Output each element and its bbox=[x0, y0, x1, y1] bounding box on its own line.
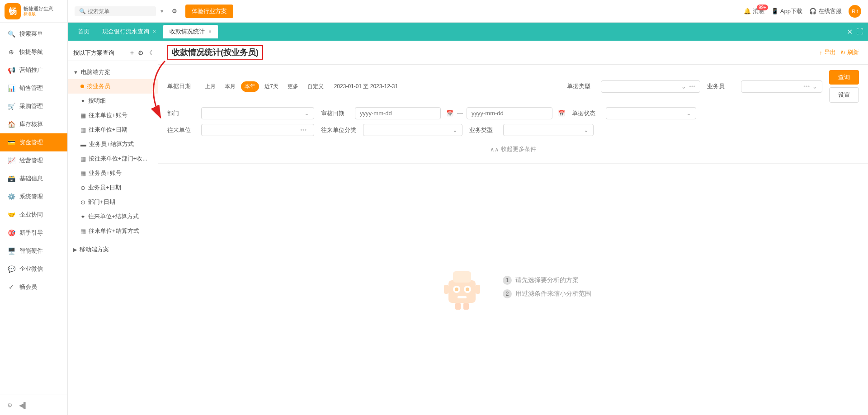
topbar-search-input[interactable] bbox=[88, 8, 151, 14]
date-tab-thismonth[interactable]: 本月 bbox=[221, 81, 239, 92]
sidebar-item-marketing[interactable]: 📢 营销推广 bbox=[0, 61, 67, 79]
topbar-search-box[interactable]: 🔍 bbox=[75, 6, 156, 16]
page-content: 按以下方案查询 ＋ ⚙ 《 ▼ 电脑端方案 按业务员 ✦ 按明细 bbox=[68, 41, 868, 415]
review-date-from-cal-icon[interactable]: 📅 bbox=[446, 110, 453, 117]
app-download[interactable]: 📱 App下载 bbox=[771, 7, 802, 15]
topbar-chevron-icon[interactable]: ▾ bbox=[160, 8, 164, 14]
biz-type-select[interactable]: ⌄ bbox=[503, 124, 594, 136]
tree-item-dept-date[interactable]: ⊙ 部门+日期 bbox=[68, 195, 158, 209]
dept-label: 部门 bbox=[167, 109, 194, 118]
sidebar-item-operations[interactable]: 📈 经营管理 bbox=[0, 151, 67, 170]
partner-settle3-icon: ▦ bbox=[80, 228, 86, 235]
tree-item-partner-date[interactable]: ▦ 往来单位+日期 bbox=[68, 123, 158, 137]
partner-category-select[interactable]: ⌄ bbox=[363, 124, 462, 136]
review-date-from[interactable] bbox=[355, 107, 441, 119]
sidebar-item-hardware[interactable]: 🖥️ 智能硬件 bbox=[0, 242, 67, 260]
tree-item-by-salesperson[interactable]: 按业务员 bbox=[68, 79, 158, 94]
doc-status-select[interactable]: ⌄ bbox=[606, 107, 696, 119]
date-tab-thisyear[interactable]: 本年 bbox=[241, 81, 259, 92]
tree-item-salesperson-account[interactable]: ▦ 业务员+账号 bbox=[68, 166, 158, 180]
doc-status-arrow-icon: ⌄ bbox=[686, 110, 691, 117]
tab-receipt[interactable]: 收款情况统计 × bbox=[163, 25, 218, 38]
sidebar-item-wechat[interactable]: 💬 企业微信 bbox=[0, 260, 67, 278]
sidebar-item-vip[interactable]: ✓ 畅会员 bbox=[0, 278, 67, 296]
tab-maximize-icon[interactable]: ⛶ bbox=[856, 28, 863, 36]
dept-select[interactable]: ⌄ bbox=[201, 107, 314, 119]
sidebar-item-purchase[interactable]: 🛒 采购管理 bbox=[0, 97, 67, 115]
add-scheme-icon[interactable]: ＋ bbox=[129, 49, 135, 57]
hint-text-2: 用过滤条件来缩小分析范围 bbox=[515, 290, 591, 298]
page-title: 收款情况统计(按业务员) bbox=[167, 45, 263, 60]
salesperson-arrow-icon: ⌄ bbox=[812, 83, 817, 90]
tab-bank-close[interactable]: × bbox=[153, 28, 156, 35]
sidebar-item-system[interactable]: ⚙️ 系统管理 bbox=[0, 188, 67, 206]
download-icon: 📱 bbox=[771, 8, 778, 14]
detail-icon: ✦ bbox=[80, 98, 85, 104]
sidebar-item-enterprise[interactable]: 🤝 企业协同 bbox=[0, 206, 67, 224]
date-tab-lastmonth[interactable]: 上月 bbox=[201, 81, 219, 92]
online-service[interactable]: 🎧 在线客服 bbox=[809, 7, 842, 15]
date-tab-custom[interactable]: 自定义 bbox=[304, 81, 327, 92]
guide-icon: 🎯 bbox=[7, 228, 16, 237]
wechat-icon: 💬 bbox=[7, 264, 16, 274]
review-date-to[interactable] bbox=[467, 107, 552, 119]
tree-item-partner-settle2[interactable]: ✦ 往来单位+结算方式 bbox=[68, 209, 158, 224]
sidebar-item-finance[interactable]: 💳 资金管理 bbox=[0, 133, 67, 151]
date-tab-more[interactable]: 更多 bbox=[284, 81, 302, 92]
partner-select[interactable]: ••• bbox=[201, 124, 314, 136]
sidebar: 畅 畅捷通好生意 标准版 🔍 搜索菜单 ⊕ 快捷导航 📢 营销推广 📊 销售管理… bbox=[0, 0, 68, 415]
salesperson-more-icon[interactable]: ••• bbox=[803, 83, 810, 90]
notification-bell[interactable]: 🔔 消息 99+ bbox=[744, 7, 764, 15]
date-tabs: 上月 本月 本年 近7天 更多 自定义 bbox=[201, 81, 327, 92]
tabbar: 首页 现金银行流水查询 × 收款情况统计 × ✕ ⛶ bbox=[68, 23, 868, 41]
salesperson-settle-icon: ▬ bbox=[80, 141, 86, 148]
topbar-settings-icon[interactable]: ⚙ bbox=[168, 5, 181, 18]
export-button[interactable]: ↑ 导出 bbox=[820, 48, 836, 57]
trial-industry-button[interactable]: 体验行业方案 bbox=[185, 5, 233, 18]
sidebar-item-quicknav[interactable]: ⊕ 快捷导航 bbox=[0, 43, 67, 61]
tree-item-partner-dept-collect[interactable]: ▦ 按往来单位+部门+收... bbox=[68, 151, 158, 166]
tree-item-partner-settle3[interactable]: ▦ 往来单位+结算方式 bbox=[68, 224, 158, 238]
sidebar-item-sales[interactable]: 📊 销售管理 bbox=[0, 79, 67, 97]
tree-item-salesperson-date[interactable]: ⊙ 业务员+日期 bbox=[68, 180, 158, 195]
tab-close-all-icon[interactable]: ✕ bbox=[847, 28, 853, 36]
dept-arrow-icon: ⌄ bbox=[304, 110, 309, 117]
review-date-to-cal-icon[interactable]: 📅 bbox=[558, 110, 565, 117]
partner-more-icon[interactable]: ••• bbox=[300, 127, 307, 133]
doc-type-select[interactable]: ⌄ ••• bbox=[601, 80, 700, 93]
tree-item-salesperson-settle[interactable]: ▬ 业务员+结算方式 bbox=[68, 137, 158, 151]
salesperson-account-icon: ▦ bbox=[80, 170, 86, 177]
user-avatar-area[interactable]: Rit bbox=[849, 5, 861, 18]
logo-area: 畅 畅捷通好生意 标准版 bbox=[0, 0, 67, 23]
tree-section-mobile: ▶ 移动端方案 bbox=[68, 241, 158, 259]
tree-expand-icon: ▼ bbox=[73, 70, 78, 75]
purchase-icon: 🛒 bbox=[7, 102, 16, 111]
operations-icon: 📈 bbox=[7, 156, 16, 165]
tab-bank[interactable]: 现金银行流水查询 × bbox=[96, 25, 162, 38]
settings-scheme-icon[interactable]: ⚙ bbox=[138, 49, 144, 57]
collapse-sidebar-icon[interactable]: ◀▌ bbox=[19, 402, 28, 409]
tree-item-by-detail[interactable]: ✦ 按明细 bbox=[68, 94, 158, 108]
partner-date-icon: ▦ bbox=[80, 127, 86, 133]
settings-button[interactable]: 设置 bbox=[829, 87, 859, 103]
sidebar-item-inventory[interactable]: 🏠 库存核算 bbox=[0, 115, 67, 133]
tab-home[interactable]: 首页 bbox=[72, 25, 95, 38]
inventory-icon: 🏠 bbox=[7, 120, 16, 129]
tree-group-mobile[interactable]: ▶ 移动端方案 bbox=[68, 243, 158, 256]
sidebar-item-guide[interactable]: 🎯 新手引导 bbox=[0, 224, 67, 242]
settings-gear-icon[interactable]: ⚙ bbox=[5, 400, 15, 410]
query-button[interactable]: 查询 bbox=[829, 70, 859, 85]
tree-item-partner-account[interactable]: ▦ 往来单位+账号 bbox=[68, 108, 158, 123]
collapse-panel-icon[interactable]: 《 bbox=[146, 49, 152, 57]
salesperson-select[interactable]: ••• ⌄ bbox=[741, 80, 822, 93]
tree-group-desktop[interactable]: ▼ 电脑端方案 bbox=[68, 66, 158, 79]
sidebar-item-search[interactable]: 🔍 搜索菜单 bbox=[0, 25, 67, 43]
collapse-button[interactable]: ∧∧ 收起更多条件 bbox=[490, 145, 536, 153]
tab-receipt-close[interactable]: × bbox=[208, 28, 212, 35]
sidebar-item-baseinfo[interactable]: 🗃️ 基础信息 bbox=[0, 170, 67, 188]
refresh-button[interactable]: ↻ 刷新 bbox=[840, 48, 859, 57]
date-tab-7days[interactable]: 近7天 bbox=[261, 81, 282, 92]
doc-type-more-icon[interactable]: ••• bbox=[689, 83, 695, 90]
tree-section-desktop: ▼ 电脑端方案 按业务员 ✦ 按明细 ▦ 往来单位+账号 ▦ 往来单位+日 bbox=[68, 63, 158, 241]
marketing-icon: 📢 bbox=[7, 66, 16, 75]
